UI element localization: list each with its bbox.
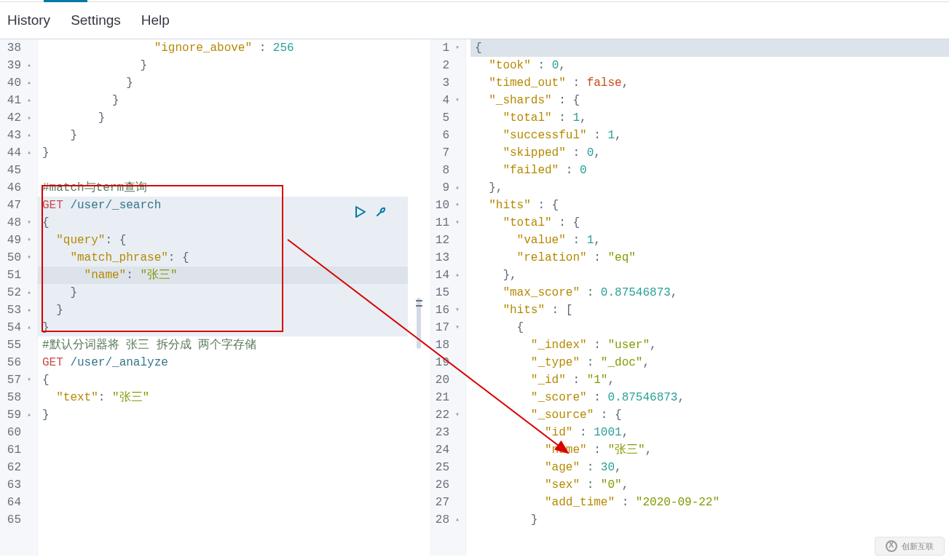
code-line[interactable]: #默认分词器将 张三 拆分成 两个字存储	[38, 336, 408, 354]
code-line[interactable]: }	[38, 406, 408, 424]
code-line[interactable]	[38, 459, 408, 476]
menu-settings[interactable]: Settings	[71, 12, 121, 28]
code-line[interactable]: "took" : 0,	[470, 57, 949, 74]
code-line[interactable]: {	[470, 319, 949, 336]
code-line[interactable]	[38, 476, 408, 494]
fold-expand-icon[interactable]: ▴	[452, 511, 460, 529]
fold-collapse-icon[interactable]: ▾	[452, 39, 460, 57]
code-line[interactable]: "ignore_above" : 256	[38, 39, 408, 57]
fold-expand-icon[interactable]: ▴	[24, 57, 31, 74]
code-line[interactable]: "_index" : "user",	[470, 336, 949, 354]
code-line[interactable]: "name": "张三"	[38, 267, 408, 284]
fold-expand-icon[interactable]: ▴	[24, 127, 31, 144]
line-number: 7	[430, 144, 460, 162]
fold-collapse-icon[interactable]: ▾	[24, 214, 31, 232]
code-line[interactable]: "successful" : 1,	[470, 127, 949, 144]
fold-collapse-icon[interactable]: ▾	[452, 214, 460, 232]
fold-collapse-icon[interactable]: ▾	[24, 371, 31, 389]
response-viewer-pane: 1▾234▾56789▴10▾11▾121314▴1516▾17▾1819202…	[430, 39, 949, 556]
code-line[interactable]: {	[38, 214, 408, 232]
request-editor-pane: 3839▴40▴41▴42▴43▴44▴45464748▾49▾50▾5152▴…	[0, 39, 408, 556]
code-line[interactable]: "_shards" : {	[470, 92, 949, 109]
code-line[interactable]: }	[38, 144, 408, 162]
code-line[interactable]: "max_score" : 0.87546873,	[470, 284, 949, 301]
wrench-icon[interactable]	[374, 205, 387, 222]
code-line[interactable]: "match_phrase": {	[38, 249, 408, 267]
fold-expand-icon[interactable]: ▴	[24, 301, 31, 319]
code-line[interactable]: "_source" : {	[470, 406, 949, 424]
line-number: 43▴	[0, 127, 31, 144]
code-line[interactable]: {	[38, 371, 408, 389]
code-line[interactable]: "add_time" : "2020-09-22"	[470, 494, 949, 511]
fold-expand-icon[interactable]: ▴	[24, 406, 31, 424]
code-line[interactable]: "name" : "张三",	[470, 441, 949, 459]
code-line[interactable]: }	[38, 74, 408, 92]
code-line[interactable]: "timed_out" : false,	[470, 74, 949, 92]
code-line[interactable]: "_id" : "1",	[470, 371, 949, 389]
code-line[interactable]: "query": {	[38, 232, 408, 249]
fold-expand-icon[interactable]: ▴	[452, 267, 460, 284]
code-line[interactable]: "sex" : "0",	[470, 476, 949, 494]
line-number: 55	[0, 336, 31, 354]
line-number: 21	[430, 389, 460, 406]
code-line[interactable]	[38, 424, 408, 441]
code-line[interactable]: "value" : 1,	[470, 232, 949, 249]
line-number: 65	[0, 511, 31, 529]
code-line[interactable]: },	[470, 179, 949, 197]
response-viewer[interactable]: { "took" : 0, "timed_out" : false, "_sha…	[466, 39, 949, 556]
fold-expand-icon[interactable]: ▴	[24, 92, 31, 109]
code-line[interactable]: "hits" : [	[470, 301, 949, 319]
code-line[interactable]	[38, 494, 408, 511]
code-line[interactable]: {	[470, 39, 949, 57]
fold-collapse-icon[interactable]: ▾	[452, 92, 460, 109]
code-line[interactable]: "id" : 1001,	[470, 424, 949, 441]
menu-help[interactable]: Help	[141, 12, 170, 28]
line-number: 2	[430, 57, 460, 74]
code-line[interactable]: }	[38, 127, 408, 144]
code-line[interactable]: "hits" : {	[470, 197, 949, 214]
menu-history[interactable]: History	[7, 12, 50, 28]
svg-marker-0	[356, 207, 365, 217]
fold-collapse-icon[interactable]: ▾	[452, 301, 460, 319]
code-line[interactable]: }	[38, 284, 408, 301]
code-line[interactable]: }	[38, 109, 408, 127]
fold-collapse-icon[interactable]: ▾	[24, 232, 31, 249]
code-line[interactable]: "failed" : 0	[470, 162, 949, 179]
fold-expand-icon[interactable]: ▴	[24, 319, 31, 336]
fold-expand-icon[interactable]: ▴	[24, 74, 31, 92]
code-line[interactable]: "total" : {	[470, 214, 949, 232]
code-line[interactable]: "text": "张三"	[38, 389, 408, 406]
pane-divider[interactable]	[408, 39, 430, 556]
code-line[interactable]: #match与term查询	[38, 179, 408, 197]
code-line[interactable]	[38, 511, 408, 529]
fold-collapse-icon[interactable]: ▾	[24, 249, 31, 267]
code-line[interactable]: "_type" : "_doc",	[470, 354, 949, 371]
fold-expand-icon[interactable]: ▴	[24, 144, 31, 162]
code-line[interactable]: }	[38, 301, 408, 319]
code-line[interactable]: "skipped" : 0,	[470, 144, 949, 162]
code-line[interactable]: }	[38, 319, 408, 336]
fold-expand-icon[interactable]: ▴	[24, 109, 31, 127]
code-line[interactable]	[38, 162, 408, 179]
code-line[interactable]: "relation" : "eq"	[470, 249, 949, 267]
run-request-icon[interactable]	[354, 205, 367, 222]
code-line[interactable]: "age" : 30,	[470, 459, 949, 476]
code-line[interactable]: "total" : 1,	[470, 109, 949, 127]
fold-expand-icon[interactable]: ▴	[24, 284, 31, 301]
code-line[interactable]: }	[470, 511, 949, 529]
fold-collapse-icon[interactable]: ▾	[452, 406, 460, 424]
fold-collapse-icon[interactable]: ▾	[452, 197, 460, 214]
code-line[interactable]	[38, 441, 408, 459]
code-line[interactable]: },	[470, 267, 949, 284]
request-editor[interactable]: "ignore_above" : 256 } } } } }}#match与te…	[38, 39, 408, 556]
code-line[interactable]: }	[38, 57, 408, 74]
line-number: 16▾	[430, 301, 460, 319]
code-line[interactable]: GET /user/_analyze	[38, 354, 408, 371]
code-line[interactable]: GET /user/_search	[38, 197, 408, 214]
line-number: 62	[0, 459, 31, 476]
code-line[interactable]: }	[38, 92, 408, 109]
line-number: 63	[0, 476, 31, 494]
fold-expand-icon[interactable]: ▴	[452, 179, 460, 197]
fold-collapse-icon[interactable]: ▾	[452, 319, 460, 336]
code-line[interactable]: "_score" : 0.87546873,	[470, 389, 949, 406]
